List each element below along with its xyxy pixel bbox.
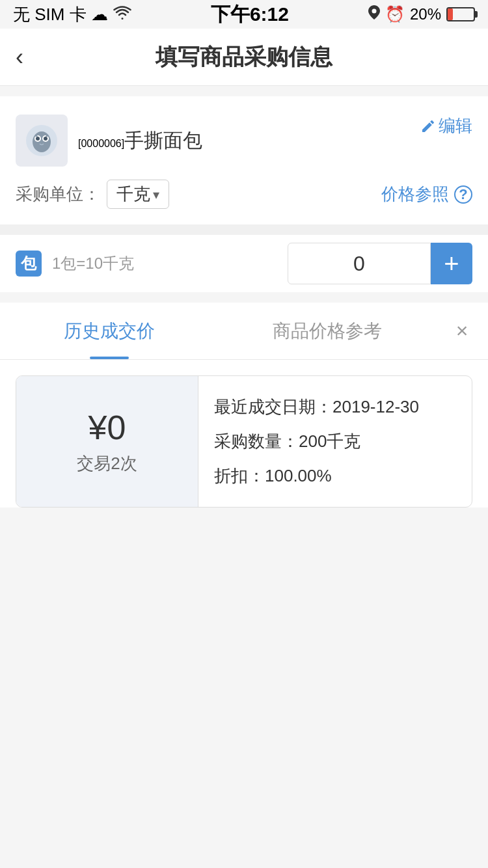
trade-card-left: ¥0 交易2次 <box>16 376 198 507</box>
discount-value: 100.00% <box>265 466 332 485</box>
purchase-qty-value: 200千克 <box>299 431 360 451</box>
status-right: ⏰ 20% <box>368 5 475 23</box>
sim-label: 无 SIM 卡 ☁ <box>13 3 108 26</box>
recent-date-value: 2019-12-30 <box>332 397 419 416</box>
purchase-qty-label: 采购数量： <box>214 431 299 451</box>
trade-card: ¥0 交易2次 最近成交日期：2019-12-30 采购数量：200千克 折扣：… <box>16 375 472 508</box>
svg-point-5 <box>36 137 40 141</box>
trade-purchase-qty: 采购数量：200千克 <box>214 429 456 454</box>
unit-select[interactable]: 千克 ▾ <box>107 180 169 209</box>
status-time: 下午6:12 <box>211 1 289 28</box>
quantity-unit-badge: 包 <box>16 251 42 277</box>
trade-price: ¥0 <box>88 408 126 447</box>
chevron-down-icon: ▾ <box>153 187 159 202</box>
trade-count: 交易2次 <box>77 452 137 475</box>
discount-label: 折扣： <box>214 466 265 485</box>
trade-discount: 折扣：100.00% <box>214 463 456 489</box>
tab-history-price-label: 历史成交价 <box>64 319 155 344</box>
product-name: [0000006]手撕面包 <box>78 128 202 154</box>
location-icon <box>368 5 380 23</box>
tab-history-price[interactable]: 历史成交价 <box>0 303 218 359</box>
unit-left: 采购单位： 千克 ▾ <box>16 180 169 209</box>
nav-bar: ‹ 填写商品采购信息 <box>0 29 488 86</box>
quantity-unit-info: 1包=10千克 <box>52 253 134 274</box>
page-title: 填写商品采购信息 <box>156 42 332 72</box>
quantity-section: 包 1包=10千克 0 + <box>0 235 488 292</box>
wifi-icon <box>113 5 131 25</box>
tab-price-reference-label: 商品价格参考 <box>273 319 382 344</box>
edit-button[interactable]: 编辑 <box>420 115 472 137</box>
product-title: 手撕面包 <box>124 129 202 151</box>
product-section: [0000006]手撕面包 编辑 采购单位： 千克 ▾ 价格参照 ? <box>0 96 488 224</box>
status-bar: 无 SIM 卡 ☁ 下午6:12 ⏰ 20% <box>0 0 488 29</box>
product-left: [0000006]手撕面包 <box>16 115 202 167</box>
tab-underline <box>90 357 129 359</box>
unit-value: 千克 <box>116 183 150 206</box>
trade-card-right: 最近成交日期：2019-12-30 采购数量：200千克 折扣：100.00% <box>198 376 472 507</box>
status-left: 无 SIM 卡 ☁ <box>13 3 131 26</box>
panel-tabs: 历史成交价 商品价格参考 × <box>0 303 488 360</box>
quantity-left: 包 1包=10千克 <box>16 251 134 277</box>
product-header: [0000006]手撕面包 编辑 <box>16 115 472 167</box>
panel-section: 历史成交价 商品价格参考 × ¥0 交易2次 最近成交日期：2019-12-30… <box>0 303 488 508</box>
quantity-value: 0 <box>353 252 365 276</box>
product-image <box>16 115 68 167</box>
recent-date-label: 最近成交日期： <box>214 397 332 416</box>
price-ref-label: 价格参照 <box>381 183 449 206</box>
tab-price-reference[interactable]: 商品价格参考 <box>218 303 436 359</box>
section-divider <box>0 224 488 235</box>
battery-icon <box>446 7 475 21</box>
alarm-icon: ⏰ <box>385 5 405 23</box>
price-ref-button[interactable]: 价格参照 ? <box>381 183 472 206</box>
product-unit-row: 采购单位： 千克 ▾ 价格参照 ? <box>16 180 472 209</box>
quantity-input[interactable]: 0 <box>288 243 431 284</box>
svg-point-6 <box>44 137 47 141</box>
help-icon: ? <box>454 185 472 204</box>
unit-label: 采购单位： <box>16 183 100 206</box>
svg-point-0 <box>372 9 376 14</box>
back-button[interactable]: ‹ <box>16 44 23 71</box>
svg-point-2 <box>33 131 51 152</box>
trade-recent-date: 最近成交日期：2019-12-30 <box>214 394 456 420</box>
panel-close-button[interactable]: × <box>436 303 488 359</box>
battery-pct: 20% <box>410 5 441 23</box>
quantity-right: 0 + <box>288 243 472 284</box>
product-code: [0000006] <box>78 138 124 149</box>
quantity-plus-button[interactable]: + <box>431 243 472 284</box>
